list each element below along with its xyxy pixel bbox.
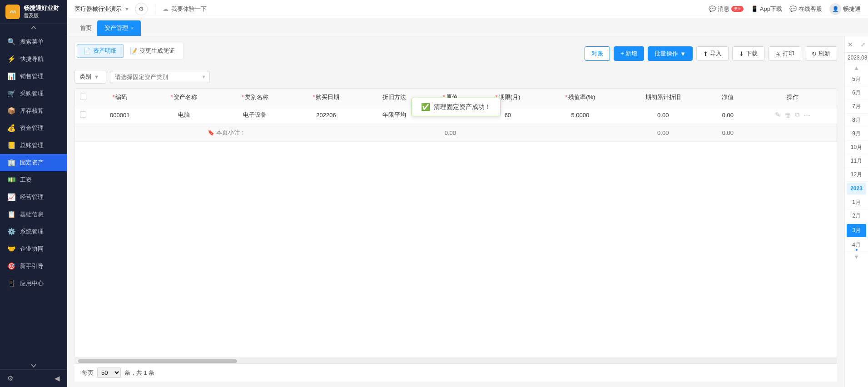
- sidebar-item-funds[interactable]: 💰 资金管理: [0, 119, 67, 137]
- sidebar-scroll-up[interactable]: [0, 24, 67, 31]
- calendar-month-4[interactable]: 4月: [845, 238, 868, 252]
- refresh-button[interactable]: ↻ 刷新: [805, 46, 837, 61]
- sidebar-item-system[interactable]: ⚙️ 系统管理: [0, 223, 67, 240]
- topbar-divider: [155, 5, 155, 14]
- subtotal-net: 0.00: [707, 124, 749, 142]
- asset-table-wrap: ✅ 清理固定资产成功！ *编码 *资产名称 *类别名称 *购买日期: [74, 88, 837, 358]
- sidebar-item-assets[interactable]: 🏢 固定资产: [0, 154, 67, 171]
- header-checkbox-cell: [75, 89, 91, 106]
- sidebar-item-basics[interactable]: 📋 基础信息: [0, 206, 67, 223]
- right-panel: ✕ ⤢ 2023.03 ▲ 5月 6月 7月 8月 9月 10月: [844, 36, 868, 387]
- cloud-icon: ☁: [163, 5, 169, 12]
- company-name: 医疗器械行业演示: [74, 5, 122, 13]
- subtotal-label-cell: 🔖 本页小计：: [91, 124, 362, 142]
- user-avatar: 👤: [829, 3, 841, 15]
- calendar-month-7[interactable]: 7月: [845, 100, 868, 114]
- calendar-month-3-current[interactable]: 3月: [847, 224, 866, 238]
- calendar-month-12[interactable]: 12月: [845, 168, 868, 182]
- scrollbar-thumb[interactable]: [78, 359, 237, 363]
- online-service-button[interactable]: 💬 在线客服: [789, 5, 822, 13]
- settings-icon[interactable]: ⚙: [7, 374, 13, 382]
- calendar-scroll-up[interactable]: ▲: [845, 63, 868, 73]
- message-button[interactable]: 💬 消息 99+: [709, 5, 744, 13]
- add-button[interactable]: + 新增: [614, 46, 644, 61]
- header-action: 操作: [749, 89, 837, 106]
- sub-tab-detail[interactable]: 📄 资产明细: [77, 44, 124, 58]
- right-panel-expand-button[interactable]: ⤢: [861, 41, 865, 48]
- tab-home[interactable]: 首页: [74, 20, 97, 36]
- delete-icon[interactable]: 🗑: [784, 111, 791, 119]
- calendar-month-11[interactable]: 11月: [845, 154, 868, 168]
- ledger-icon: 📒: [7, 141, 15, 149]
- company-selector[interactable]: 医疗器械行业演示 ▼: [74, 5, 129, 13]
- sidebar: AtA 畅捷通好业财 普及版 🔍 搜索菜单 ⚡ 快捷导航 📊 销售管理 🛒 采购…: [0, 0, 67, 387]
- logo-icon: AtA: [5, 5, 20, 19]
- calendar-year-2023[interactable]: 2023: [847, 183, 866, 195]
- toolbar-right: 对账 + 新增 批量操作 ▼ ⬆ 导入 ⬇ 下载 🖨: [585, 46, 837, 61]
- collapse-icon[interactable]: ◀: [55, 374, 60, 382]
- calendar-month-10[interactable]: 10月: [845, 141, 868, 154]
- row-name: 电脑: [149, 106, 220, 124]
- user-profile[interactable]: 👤 畅捷通: [829, 3, 861, 15]
- filter-bar: 类别 ▼ ▼: [74, 70, 837, 84]
- category-input[interactable]: [110, 71, 210, 83]
- select-all-checkbox[interactable]: [80, 94, 86, 100]
- tab-close-icon[interactable]: ×: [131, 25, 134, 31]
- logo-text: 畅捷通好业财 普及版: [24, 5, 59, 19]
- sidebar-item-ledger[interactable]: 📒 总账管理: [0, 137, 67, 154]
- refresh-icon: ↻: [812, 50, 817, 57]
- calendar-month-6[interactable]: 6月: [845, 86, 868, 100]
- search-icon: 🔍: [7, 38, 15, 46]
- calendar-month-9[interactable]: 9月: [845, 127, 868, 141]
- company-settings-button[interactable]: ⚙: [135, 3, 148, 15]
- account-button[interactable]: 对账: [585, 46, 610, 61]
- calendar-month-8[interactable]: 8月: [845, 114, 868, 127]
- sidebar-footer: ⚙ ◀: [0, 369, 67, 387]
- sidebar-item-operations[interactable]: 📈 经营管理: [0, 189, 67, 206]
- sidebar-scroll-down[interactable]: [0, 362, 67, 369]
- right-panel-close-button[interactable]: ✕: [848, 41, 853, 48]
- sidebar-item-sales[interactable]: 📊 销售管理: [0, 68, 67, 85]
- copy-icon[interactable]: ⧉: [795, 111, 800, 119]
- sidebar-item-quick[interactable]: ⚡ 快捷导航: [0, 50, 67, 68]
- app-download-button[interactable]: 📱 App下载: [751, 5, 782, 13]
- row-purchase-date: 202206: [291, 106, 362, 124]
- batch-button[interactable]: 批量操作 ▼: [648, 46, 693, 61]
- edit-icon[interactable]: ✎: [775, 111, 781, 119]
- company-arrow-icon: ▼: [124, 6, 129, 12]
- experience-button[interactable]: ☁ 我要体验一下: [163, 5, 207, 13]
- sidebar-item-guide[interactable]: 🎯 新手引导: [0, 258, 67, 275]
- guide-icon: 🎯: [7, 262, 15, 270]
- horizontal-scrollbar[interactable]: [74, 358, 837, 363]
- calendar-scroll-down[interactable]: ▼: [845, 252, 868, 262]
- sidebar-item-enterprise[interactable]: 🤝 企业协同: [0, 240, 67, 258]
- calendar-month-1[interactable]: 1月: [845, 196, 868, 209]
- sidebar-item-inventory[interactable]: 📦 库存核算: [0, 102, 67, 119]
- download-button[interactable]: ⬇ 下载: [732, 46, 764, 61]
- assets-icon: 🏢: [7, 159, 15, 167]
- app-logo: AtA 畅捷通好业财 普及版: [0, 0, 67, 24]
- salary-icon: 💵: [7, 176, 15, 184]
- download-icon: 📱: [751, 5, 758, 12]
- print-button[interactable]: 🖨 打印: [768, 46, 801, 61]
- calendar-month-5[interactable]: 5月: [845, 73, 868, 86]
- quick-icon: ⚡: [7, 55, 15, 63]
- category-filter[interactable]: 类别 ▼: [74, 70, 106, 84]
- tab-assets[interactable]: 资产管理 ×: [97, 20, 141, 36]
- more-icon[interactable]: ⋯: [804, 111, 810, 119]
- sub-tab-voucher[interactable]: 📝 变更生成凭证: [124, 44, 181, 58]
- row-checkbox[interactable]: [80, 111, 86, 118]
- per-page-select[interactable]: 50 100: [97, 367, 121, 378]
- sidebar-item-search[interactable]: 🔍 搜索菜单: [0, 33, 67, 50]
- calendar-year-label: 2023.03: [845, 53, 868, 63]
- import-icon: ⬆: [703, 50, 708, 57]
- row-residual-rate: 5.0000: [541, 106, 619, 124]
- calendar-month-2[interactable]: 2月: [845, 209, 868, 223]
- success-toast: ✅ 清理固定资产成功！: [412, 98, 501, 116]
- sidebar-item-salary[interactable]: 💵 工资: [0, 171, 67, 189]
- import-button[interactable]: ⬆ 导入: [696, 46, 729, 61]
- check-icon: ✅: [421, 103, 430, 111]
- sidebar-item-purchase[interactable]: 🛒 采购管理: [0, 85, 67, 102]
- print-icon: 🖨: [775, 50, 781, 57]
- sidebar-item-appstore[interactable]: 📱 应用中心: [0, 275, 67, 292]
